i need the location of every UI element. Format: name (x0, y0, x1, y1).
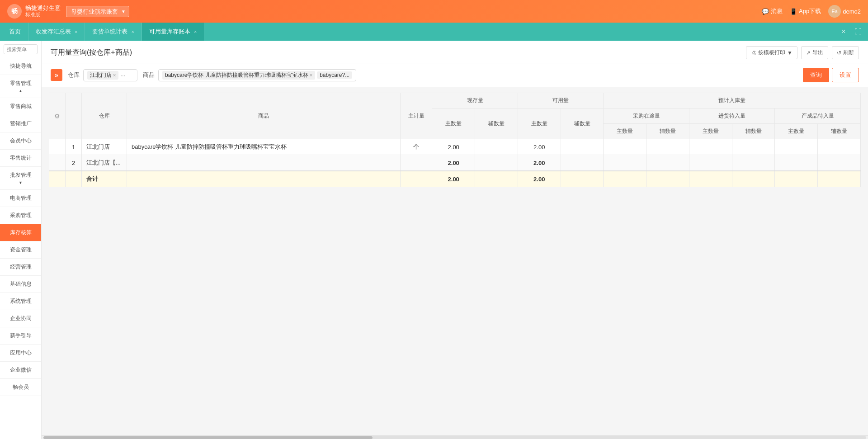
tab-expand-btn[interactable]: ⛶ (852, 25, 864, 38)
sidebar-item-ecommerce-mgmt[interactable]: 电商管理 (0, 190, 41, 207)
sidebar-item-system-mgmt[interactable]: 系统管理 (0, 293, 41, 310)
sidebar-item-wholesale-mgmt-label: 批发管理 (10, 171, 32, 179)
data-table: ⚙ 仓库 商品 主计量 现存量 可用量 预计入库量 主数量 辅数量 主数量 (49, 93, 861, 187)
tab-available-stock[interactable]: 可用量库存账本 × (142, 23, 204, 41)
scroll-track (43, 436, 866, 439)
sidebar-item-inventory-check[interactable]: 库存核算 (0, 224, 41, 241)
row2-avail-main: 2.00 (518, 155, 561, 171)
sidebar-item-basic-info[interactable]: 基础信息 (0, 276, 41, 293)
logo-text-block: 畅捷通好生意 标准版 (25, 5, 61, 19)
warehouse-filter-more[interactable]: ··· (120, 72, 125, 79)
user-profile-btn[interactable]: Ea demo2 (828, 5, 861, 18)
sidebar-item-system-mgmt-label: 系统管理 (10, 297, 32, 305)
scroll-thumb[interactable] (43, 436, 373, 439)
app-icon: 📱 (790, 8, 797, 15)
tab-close-all-btn[interactable]: × (837, 25, 850, 38)
th-product-aux: 辅数量 (818, 124, 861, 139)
logo-sub: 标准版 (25, 11, 61, 18)
sidebar-item-app-center[interactable]: 应用中心 (0, 345, 41, 362)
row1-unit: 个 (401, 139, 432, 155)
logo-area: 畅 畅捷通好生意 标准版 (7, 4, 61, 19)
logo-text: 畅捷通好生意 (25, 5, 61, 12)
table-row-subtotal: 2 江北门店【... 2.00 2.00 (49, 155, 861, 171)
th-purchase-in: 采购在途量 (604, 109, 689, 124)
export-btn[interactable]: ↗ 导出 (801, 46, 828, 59)
sidebar-item-retail-mgmt[interactable]: 零售管理 ▲ (0, 75, 41, 98)
th-stock-aux: 辅数量 (475, 109, 518, 139)
footer-product-aux (818, 171, 861, 187)
top-bar: 畅 畅捷通好生意 标准版 母婴行业演示账套 ▼ 💬 消息 📱 App下载 Ea … (0, 0, 868, 23)
page-title: 可用量查询(按仓库+商品) (51, 48, 132, 57)
footer-avail-main: 2.00 (518, 171, 561, 187)
footer-avail-aux (561, 171, 604, 187)
th-product-pending: 产成品待入量 (775, 109, 861, 124)
sidebar-item-retail-stat[interactable]: 零售统计 (0, 150, 41, 167)
sidebar-item-ops-mgmt[interactable]: 经营管理 (0, 259, 41, 276)
th-forecast-in: 预计入库量 (604, 93, 861, 109)
tab-recv-send[interactable]: 收发存汇总表 × (28, 23, 85, 41)
footer-product-main (775, 171, 818, 187)
refresh-btn[interactable]: ↺ 刷新 (832, 46, 859, 59)
sidebar-search-input[interactable] (4, 44, 38, 54)
row1-product-main (775, 139, 818, 155)
table-container: ⚙ 仓库 商品 主计量 现存量 可用量 预计入库量 主数量 辅数量 主数量 (42, 87, 868, 435)
product-tag-babycare-remove[interactable]: × (310, 72, 312, 78)
industry-selector[interactable]: 母婴行业演示账套 ▼ (66, 6, 129, 17)
sidebar-item-marketing[interactable]: 营销推广 (0, 115, 41, 132)
industry-select-input[interactable]: 母婴行业演示账套 (66, 6, 129, 17)
warehouse-filter-tags[interactable]: 江北门店 × ··· (83, 69, 137, 81)
horizontal-scrollbar[interactable] (42, 435, 868, 439)
content-area: 可用量查询(按仓库+商品) 🖨 按模板打印 ▼ ↗ 导出 ↺ 刷新 » (42, 41, 868, 439)
message-btn[interactable]: 💬 消息 (762, 7, 783, 15)
sidebar-item-purchase-mgmt[interactable]: 采购管理 (0, 207, 41, 224)
sidebar-item-member-center[interactable]: 会员中心 (0, 132, 41, 150)
sidebar-item-inventory-check-label: 库存核算 (10, 229, 32, 236)
tab-available-stock-close[interactable]: × (194, 29, 197, 34)
sidebar-item-marketing-label: 营销推广 (10, 120, 32, 127)
sidebar-item-enterprise-collab[interactable]: 企业协同 (0, 310, 41, 327)
app-download-btn[interactable]: 📱 App下载 (790, 7, 821, 15)
footer-stock-aux (475, 171, 518, 187)
row2-purchase-main (604, 155, 646, 171)
sidebar-item-new-guide[interactable]: 新手引导 (0, 327, 41, 345)
message-icon: 💬 (762, 8, 769, 15)
tab-order-stat-close[interactable]: × (131, 29, 134, 34)
message-label: 消息 (771, 7, 783, 15)
sidebar-item-finance-mgmt[interactable]: 资金管理 (0, 241, 41, 259)
query-btn[interactable]: 查询 (803, 68, 829, 82)
sidebar-item-enterprise-wechat-label: 企业微信 (10, 366, 32, 374)
avatar: Ea (828, 5, 841, 18)
th-purchase-aux: 辅数量 (646, 124, 689, 139)
page-actions: 🖨 按模板打印 ▼ ↗ 导出 ↺ 刷新 (746, 46, 859, 59)
sidebar-item-quick-nav-label: 快捷导航 (10, 62, 32, 70)
footer-arrival-aux (732, 171, 775, 187)
page-header: 可用量查询(按仓库+商品) 🖨 按模板打印 ▼ ↗ 导出 ↺ 刷新 (42, 41, 868, 63)
settings-btn[interactable]: 设置 (832, 68, 859, 82)
tab-recv-send-close[interactable]: × (75, 29, 77, 34)
row1-warehouse: 江北门店 (82, 139, 127, 155)
table-settings-icon[interactable]: ⚙ (54, 113, 60, 120)
warehouse-tag-jb-remove[interactable]: × (113, 72, 116, 78)
filter-actions: 查询 设置 (803, 68, 859, 82)
nav-tabs: 首页 收发存汇总表 × 要货单统计表 × 可用量库存账本 × × ⛶ (0, 23, 868, 41)
row1-stock-main: 2.00 (432, 139, 475, 155)
th-avail-aux: 辅数量 (561, 109, 604, 139)
sidebar-item-wholesale-mgmt[interactable]: 批发管理 ▼ (0, 167, 41, 190)
sidebar-item-member[interactable]: 畅会员 (0, 379, 41, 396)
footer-settings (49, 171, 66, 187)
export-icon: ↗ (806, 50, 811, 56)
th-stock-main: 主数量 (432, 109, 475, 139)
row2-purchase-aux (646, 155, 689, 171)
th-unit: 主计量 (401, 93, 432, 139)
row2-arrival-main (689, 155, 732, 171)
tab-order-stat[interactable]: 要货单统计表 × (85, 23, 142, 41)
product-filter-tags[interactable]: babycare学饮杯 儿童防摔防撞吸管杯重力球吸嘴杯宝宝水杯 × babyca… (158, 69, 356, 81)
row2-product-aux (818, 155, 861, 171)
row2-unit (401, 155, 432, 171)
sidebar-item-enterprise-wechat[interactable]: 企业微信 (0, 362, 41, 379)
expand-filter-btn[interactable]: » (51, 69, 62, 81)
sidebar-item-quick-nav[interactable]: 快捷导航 (0, 58, 41, 75)
tab-home[interactable]: 首页 (2, 23, 28, 41)
sidebar-item-retail-store[interactable]: 零售商城 (0, 98, 41, 115)
print-btn[interactable]: 🖨 按模板打印 ▼ (746, 46, 797, 59)
